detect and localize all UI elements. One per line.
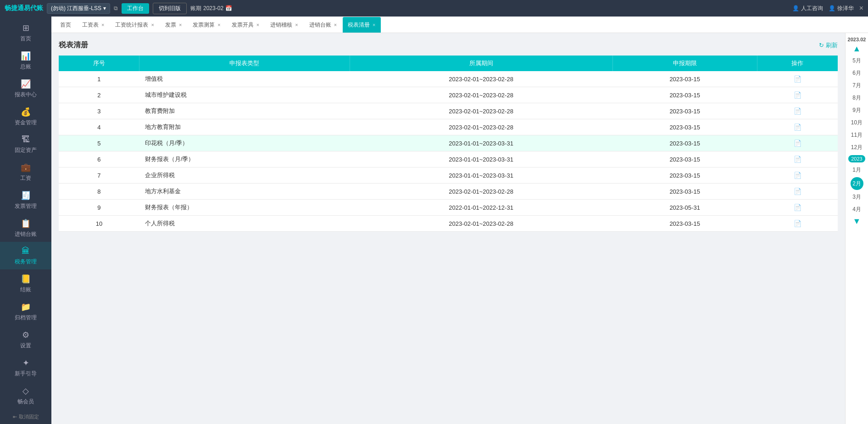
top-bar: 畅捷通易代账 (勿动) 江西服垂-LSS ▾ ⧉ 工作台 切到旧版 账期 202…	[0, 0, 868, 17]
sidebar-item-fixed[interactable]: 🏗 固定资产	[0, 130, 51, 158]
tab-purchase-ledger-close[interactable]: ×	[334, 22, 337, 28]
timeline-month-4[interactable]: 4月	[846, 203, 868, 216]
action-detail-icon[interactable]: 📄	[794, 172, 801, 179]
cell-period: 2023-02-01~2023-02-28	[350, 71, 612, 87]
copy-icon[interactable]: ⧉	[114, 5, 118, 11]
timeline-month-2-active[interactable]: 2月	[851, 177, 863, 190]
cell-no: 3	[59, 103, 139, 119]
invoice-icon: 🧾	[21, 190, 31, 201]
switch-button[interactable]: 切到旧版	[153, 3, 187, 14]
tab-salary-table-close[interactable]: ×	[101, 22, 104, 28]
sidebar-item-archive[interactable]: 📁 归档管理	[0, 297, 51, 325]
sidebar-item-purchase[interactable]: 📋 进销台账	[0, 214, 51, 242]
action-detail-icon[interactable]: 📄	[794, 75, 801, 83]
timeline-month-1[interactable]: 1月	[846, 164, 868, 176]
tab-purchase-verify-label: 进销稽核	[270, 21, 292, 29]
timeline-up-button[interactable]: ▲	[853, 43, 861, 55]
sidebar-item-report[interactable]: 📈 报表中心	[0, 74, 51, 102]
sidebar-item-salary[interactable]: 💼 工资	[0, 158, 51, 186]
table-row: 9 财务报表（年报） 2022-01-01~2022-12-31 2023-05…	[59, 200, 838, 216]
timeline-year-2023[interactable]: 2023	[848, 155, 865, 162]
unpin-label: 取消固定	[19, 413, 39, 420]
tab-invoice-close[interactable]: ×	[179, 22, 182, 28]
tab-invoice-open[interactable]: 发票开具 ×	[227, 17, 264, 33]
user-avatar-icon: 👤	[829, 5, 835, 11]
window-close-button[interactable]: ×	[859, 4, 863, 12]
timeline-month-12[interactable]: 12月	[846, 141, 868, 154]
sidebar-item-tax[interactable]: 🏛 税务管理	[0, 242, 51, 269]
sidebar-item-guide[interactable]: ✦ 新手引导	[0, 353, 51, 381]
action-detail-icon[interactable]: 📄	[794, 204, 801, 211]
cell-deadline: 2023-03-15	[612, 184, 757, 200]
sidebar-item-ledger[interactable]: 📊 总账	[0, 46, 51, 74]
timeline-month-10[interactable]: 10月	[846, 117, 868, 129]
tax-icon: 🏛	[22, 246, 30, 256]
table-row: 4 地方教育附加 2023-02-01~2023-02-28 2023-03-1…	[59, 119, 838, 135]
tab-tax-clear-close[interactable]: ×	[373, 22, 375, 28]
cell-action: 📄	[757, 103, 838, 119]
sidebar-label-close: 结账	[20, 286, 31, 294]
sidebar-item-close[interactable]: 📒 结账	[0, 269, 51, 297]
tab-purchase-verify[interactable]: 进销稽核 ×	[265, 17, 303, 33]
timeline-month-8[interactable]: 8月	[846, 92, 868, 104]
table-row: 1 增值税 2023-02-01~2023-02-28 2023-03-15 📄	[59, 71, 838, 87]
cell-no: 8	[59, 184, 139, 200]
tab-invoice-check[interactable]: 发票测算 ×	[188, 17, 225, 33]
cell-action: 📄	[757, 119, 838, 135]
cell-type: 城市维护建设税	[139, 87, 350, 103]
timeline-down-button[interactable]: ▼	[853, 216, 861, 227]
table-row: 7 企业所得税 2023-01-01~2023-03-31 2023-03-15…	[59, 167, 838, 184]
workspace-button[interactable]: 工作台	[122, 3, 149, 14]
tab-purchase-verify-close[interactable]: ×	[295, 22, 298, 28]
action-detail-icon[interactable]: 📄	[794, 156, 801, 163]
action-detail-icon[interactable]: 📄	[794, 123, 801, 131]
ai-consult[interactable]: 👤 人工咨询	[792, 5, 823, 12]
company-selector[interactable]: (勿动) 江西服垂-LSS ▾	[47, 3, 110, 14]
cell-type: 教育费附加	[139, 103, 350, 119]
calendar-icon[interactable]: 📅	[225, 5, 232, 11]
action-detail-icon[interactable]: 📄	[794, 107, 801, 115]
cell-action: 📄	[757, 71, 838, 87]
sidebar: ⊞ 首页 📊 总账 📈 报表中心 💰 资金管理 🏗 固定资产 💼 工资 🧾 发票…	[0, 17, 51, 424]
sidebar-item-settings[interactable]: ⚙ 设置	[0, 325, 51, 353]
tab-invoice-open-close[interactable]: ×	[256, 22, 259, 28]
sidebar-item-member[interactable]: ◇ 畅会员	[0, 381, 51, 409]
action-detail-icon[interactable]: 📄	[794, 139, 801, 147]
refresh-button[interactable]: ↻ 刷新	[819, 41, 838, 50]
timeline-month-11[interactable]: 11月	[846, 129, 868, 141]
tab-purchase-ledger[interactable]: 进销台账 ×	[304, 17, 342, 33]
content-area: 首页 工资表 × 工资统计报表 × 发票 × 发票测算 × 发票开具 ×	[51, 17, 868, 424]
refresh-icon: ↻	[819, 42, 824, 49]
table-row: 6 财务报表（月/季） 2023-01-01~2023-03-31 2023-0…	[59, 151, 838, 167]
tab-tax-clear[interactable]: 税表清册 ×	[343, 17, 380, 33]
action-detail-icon[interactable]: 📄	[794, 91, 801, 99]
timeline-month-6[interactable]: 6月	[846, 67, 868, 79]
cell-deadline: 2023-03-15	[612, 71, 757, 87]
cell-action: 📄	[757, 184, 838, 200]
cell-type: 财务报表（月/季）	[139, 151, 350, 167]
tab-salary-stats-close[interactable]: ×	[151, 22, 154, 28]
sidebar-label-invoice: 发票管理	[15, 202, 37, 210]
sidebar-item-invoice[interactable]: 🧾 发票管理	[0, 186, 51, 214]
unpin-button[interactable]: ⇤ 取消固定	[0, 410, 51, 424]
sidebar-item-home[interactable]: ⊞ 首页	[0, 18, 51, 46]
tab-salary-stats[interactable]: 工资统计报表 ×	[110, 17, 159, 33]
user-profile[interactable]: 👤 徐泽华	[829, 5, 854, 12]
cell-deadline: 2023-05-31	[612, 200, 757, 216]
cell-no: 4	[59, 119, 139, 135]
report-icon: 📈	[21, 79, 31, 89]
timeline-month-5[interactable]: 5月	[846, 55, 868, 67]
tab-salary-table-label: 工资表	[82, 21, 99, 29]
action-detail-icon[interactable]: 📄	[794, 220, 801, 227]
tab-invoice[interactable]: 发票 ×	[160, 17, 187, 33]
timeline-month-9[interactable]: 9月	[846, 104, 868, 117]
timeline-month-3[interactable]: 3月	[846, 191, 868, 203]
tab-home[interactable]: 首页	[55, 17, 76, 33]
sidebar-item-capital[interactable]: 💰 资金管理	[0, 102, 51, 130]
tab-invoice-check-close[interactable]: ×	[217, 22, 220, 28]
cell-period: 2023-01-01~2023-03-31	[350, 167, 612, 184]
tab-salary-table[interactable]: 工资表 ×	[77, 17, 109, 33]
action-detail-icon[interactable]: 📄	[794, 188, 801, 195]
timeline-month-7[interactable]: 7月	[846, 79, 868, 92]
cell-period: 2023-02-01~2023-02-28	[350, 103, 612, 119]
